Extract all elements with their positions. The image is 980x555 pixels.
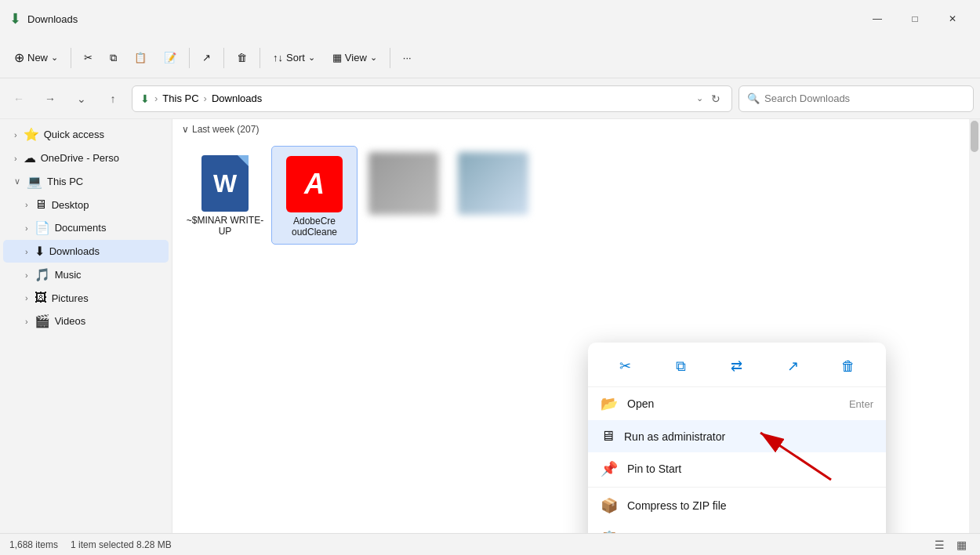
- path-download-icon: ⬇: [140, 92, 150, 105]
- close-button[interactable]: ✕: [935, 6, 971, 31]
- search-input[interactable]: [764, 92, 965, 104]
- file-item-adobe[interactable]: A AdobeCre oudCleane: [271, 146, 358, 245]
- documents-expand-icon: ›: [25, 223, 28, 233]
- sidebar-label-desktop: Desktop: [52, 199, 89, 211]
- sidebar-item-videos[interactable]: › 🎬 Videos: [3, 310, 169, 332]
- path-downloads: Downloads: [212, 92, 262, 104]
- sidebar-item-music[interactable]: › 🎵 Music: [3, 263, 169, 286]
- back-button[interactable]: ←: [6, 86, 31, 111]
- cm-copy-path-item[interactable]: 📋 Copy as path: [588, 522, 886, 533]
- grid-view-button[interactable]: ▦: [952, 537, 971, 553]
- new-label: New: [27, 52, 48, 63]
- blurred-thumbnail-1: [368, 152, 439, 215]
- dropdown-button[interactable]: ⌄: [69, 86, 94, 111]
- view-label: View: [345, 52, 367, 63]
- cm-share-button[interactable]: ↗: [779, 352, 807, 380]
- more-button[interactable]: ···: [395, 43, 419, 73]
- adobe-file-icon: A: [286, 156, 343, 212]
- word-file-icon: W: [201, 155, 249, 212]
- pictures-expand-icon: ›: [25, 293, 28, 303]
- sidebar-item-quick-access[interactable]: › ⭐ Quick access: [3, 123, 169, 146]
- music-expand-icon: ›: [25, 270, 28, 280]
- desktop-icon: 🖥: [34, 198, 47, 212]
- main-content: › ⭐ Quick access › ☁ OneDrive - Perso ∨ …: [0, 119, 980, 533]
- adobe-icon-area: A: [286, 153, 343, 216]
- title-bar: ⬇ Downloads — □ ✕: [0, 0, 980, 38]
- sidebar-item-this-pc[interactable]: ∨ 💻 This PC: [3, 170, 169, 193]
- view-icon: ▦: [332, 52, 342, 63]
- paste-button[interactable]: 📋: [126, 43, 154, 73]
- status-left: 1,688 items 1 item selected 8.28 MB: [9, 539, 172, 550]
- cm-run-admin-label: Run as administrator: [624, 430, 725, 443]
- toolbar-separator-2: [189, 48, 190, 68]
- more-icon: ···: [403, 52, 412, 63]
- status-right: ☰ ▦: [930, 537, 971, 553]
- section-header: ∨ Last week (207): [172, 119, 980, 140]
- sidebar-label-onedrive: OneDrive - Perso: [41, 152, 119, 164]
- quick-access-expand-icon: ›: [14, 130, 17, 140]
- cm-open-label: Open: [627, 397, 654, 410]
- pictures-icon: 🖼: [34, 291, 47, 305]
- minimize-button[interactable]: —: [859, 6, 895, 31]
- delete-button[interactable]: 🗑: [229, 43, 255, 73]
- cm-delete-button[interactable]: 🗑: [834, 352, 862, 380]
- cm-run-admin-item[interactable]: 🖥 Run as administrator: [588, 420, 886, 452]
- status-bar: 1,688 items 1 item selected 8.28 MB ☰ ▦: [0, 533, 980, 555]
- list-view-button[interactable]: ☰: [930, 537, 949, 553]
- cm-pin-icon: 📌: [601, 460, 618, 477]
- downloads-sidebar-icon: ⬇: [34, 244, 45, 259]
- view-dropdown-icon: ⌄: [370, 53, 377, 63]
- desktop-expand-icon: ›: [25, 200, 28, 209]
- sidebar-label-videos: Videos: [55, 315, 86, 327]
- sidebar-label-pictures: Pictures: [52, 292, 89, 304]
- downloads-title-icon: ⬇: [9, 10, 21, 27]
- sidebar-label-quick-access: Quick access: [44, 129, 104, 140]
- view-button[interactable]: ▦ View ⌄: [325, 43, 385, 73]
- onedrive-icon: ☁: [24, 151, 36, 165]
- cm-copy-button[interactable]: ⧉: [667, 352, 695, 380]
- address-path[interactable]: ⬇ › This PC › Downloads ⌄ ↻: [132, 85, 732, 112]
- cm-compress-label: Compress to ZIP file: [627, 499, 727, 512]
- quick-access-icon: ⭐: [24, 127, 39, 142]
- sort-button[interactable]: ↑↓ Sort ⌄: [265, 43, 323, 73]
- toolbar-separator-4: [260, 48, 260, 68]
- cm-cut-button[interactable]: ✂: [612, 352, 640, 380]
- search-box[interactable]: 🔍: [739, 85, 974, 112]
- sidebar-item-desktop[interactable]: › 🖥 Desktop: [3, 194, 169, 216]
- cm-run-admin-icon: 🖥: [601, 428, 615, 444]
- cm-compress-item[interactable]: 📦 Compress to ZIP file: [588, 489, 886, 522]
- file-item-blurred-1[interactable]: [361, 146, 447, 232]
- vertical-scrollbar[interactable]: [969, 119, 980, 533]
- cut-icon: ✂: [84, 52, 93, 63]
- toolbar-separator-5: [390, 48, 390, 68]
- copy-button[interactable]: ⧉: [102, 43, 125, 73]
- path-dropdown-icon[interactable]: ⌄: [696, 93, 703, 103]
- sidebar-item-downloads[interactable]: › ⬇ Downloads: [3, 240, 169, 263]
- file-item-word[interactable]: W ~$MINAR WRITE-UP: [182, 146, 268, 245]
- sidebar-item-pictures[interactable]: › 🖼 Pictures: [3, 287, 169, 309]
- word-icon-area: W: [197, 152, 253, 215]
- share-button[interactable]: ↗: [194, 43, 219, 73]
- cm-pin-start-item[interactable]: 📌 Pin to Start: [588, 452, 886, 485]
- cm-copy-path-icon: 📋: [601, 530, 618, 533]
- sort-icon: ↑↓: [273, 52, 283, 63]
- up-button[interactable]: ↑: [100, 86, 125, 111]
- sidebar-item-onedrive[interactable]: › ☁ OneDrive - Perso: [3, 147, 169, 169]
- share-icon: ↗: [202, 52, 211, 63]
- videos-icon: 🎬: [34, 314, 50, 328]
- cm-copy-path-label: Copy as path: [627, 532, 692, 533]
- forward-button[interactable]: →: [38, 86, 63, 111]
- refresh-button[interactable]: ↻: [708, 89, 724, 108]
- cut-button[interactable]: ✂: [76, 43, 100, 73]
- cm-open-item[interactable]: 📂 Open Enter: [588, 387, 886, 420]
- selected-info: 1 item selected 8.28 MB: [71, 539, 172, 550]
- cm-rename-button[interactable]: ⇄: [723, 352, 751, 380]
- file-item-blurred-2[interactable]: [450, 146, 536, 232]
- cm-pin-label: Pin to Start: [627, 462, 681, 475]
- sidebar-item-documents[interactable]: › 📄 Documents: [3, 216, 169, 239]
- new-button[interactable]: ⊕ New ⌄: [6, 43, 66, 73]
- blurred-thumbnail-2: [458, 152, 528, 215]
- sidebar-label-music: Music: [55, 269, 82, 281]
- maximize-button[interactable]: □: [897, 6, 933, 31]
- rename-button[interactable]: 📝: [156, 43, 184, 73]
